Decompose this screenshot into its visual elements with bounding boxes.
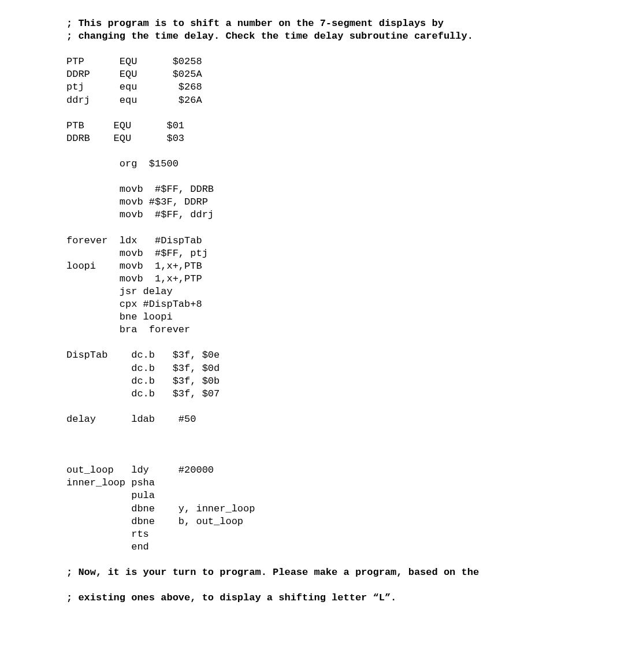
code-line: movb 1,x+,PTP [66, 273, 643, 285]
code-line: DDRB EQU $03 [66, 132, 643, 145]
code-line: ptj equ $268 [66, 81, 643, 94]
code-line [66, 107, 643, 120]
code-line: dc.b $3f, $07 [66, 388, 643, 400]
code-line [66, 222, 643, 235]
code-line: pula [66, 489, 643, 502]
code-line: movb #$FF, ddrj [66, 209, 643, 221]
code-line [66, 170, 643, 183]
assembly-code-listing: ; This program is to shift a number on t… [66, 17, 643, 604]
code-line: cpx #DispTab+8 [66, 298, 643, 311]
code-line [66, 451, 643, 464]
code-line: rts [66, 528, 643, 541]
code-line [66, 439, 643, 451]
code-line: org $1500 [66, 158, 643, 170]
code-line [66, 554, 643, 566]
code-line: DispTab dc.b $3f, $0e [66, 349, 643, 362]
code-line: dc.b $3f, $0d [66, 362, 643, 375]
code-line: PTB EQU $01 [66, 120, 643, 132]
code-line: ; existing ones above, to display a shif… [66, 592, 643, 604]
code-line: dbne y, inner_loop [66, 503, 643, 515]
code-line: forever ldx #DispTab [66, 235, 643, 247]
code-line: jsr delay [66, 285, 643, 298]
code-line: dbne b, out_loop [66, 515, 643, 528]
code-line: ddrj equ $26A [66, 94, 643, 107]
code-line: DDRP EQU $025A [66, 68, 643, 81]
code-line [66, 145, 643, 158]
code-line: ; changing the time delay. Check the tim… [66, 30, 643, 43]
code-line [66, 336, 643, 349]
code-line: movb #$FF, ptj [66, 247, 643, 260]
code-line [66, 426, 643, 439]
code-line [66, 43, 643, 55]
code-line: loopi movb 1,x+,PTB [66, 260, 643, 273]
code-line: ; This program is to shift a number on t… [66, 17, 643, 30]
code-line: inner_loop psha [66, 477, 643, 489]
code-line: ; Now, it is your turn to program. Pleas… [66, 566, 643, 579]
code-line: movb #$3F, DDRP [66, 196, 643, 209]
code-line: bra forever [66, 324, 643, 336]
code-line: end [66, 541, 643, 554]
code-line [66, 579, 643, 592]
code-line: delay ldab #50 [66, 413, 643, 426]
code-line: bne loopi [66, 311, 643, 324]
code-line: PTP EQU $0258 [66, 55, 643, 68]
code-line: dc.b $3f, $0b [66, 375, 643, 388]
code-line: movb #$FF, DDRB [66, 183, 643, 196]
code-line: out_loop ldy #20000 [66, 464, 643, 477]
code-line [66, 400, 643, 413]
